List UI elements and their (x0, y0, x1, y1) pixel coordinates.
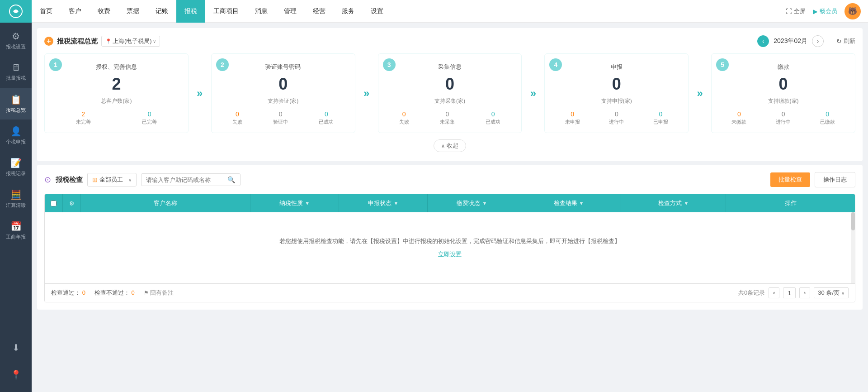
step-sub-1: 总客户数(家) (50, 97, 183, 105)
tax-overview-label: 报税总览 (6, 107, 26, 114)
nav-item-home[interactable]: 首页 (32, 0, 61, 23)
th-pay-status[interactable]: 缴费状态 ▼ (428, 194, 516, 212)
nav-item-account[interactable]: 记账 (147, 0, 176, 23)
top-nav: 首页 客户 收费 票据 记账 报税 工商项目 消息 管理 经营 服务 设置 (32, 0, 786, 23)
overview-plus-icon: + (44, 37, 53, 46)
pass-count[interactable]: 0 (82, 289, 85, 296)
search-input[interactable] (146, 177, 227, 183)
fail-count[interactable]: 0 (131, 289, 134, 296)
sidebar-item-tax-settings[interactable]: ⚙ 报税设置 (0, 24, 32, 56)
nav-item-service[interactable]: 服务 (334, 0, 363, 23)
sidebar-item-batch-tax[interactable]: 🖥 批量报税 (0, 56, 32, 88)
employee-select-icon: ⊞ (92, 176, 98, 183)
prev-page-button[interactable]: ‹ (769, 287, 779, 298)
fullscreen-icon: ⛶ (786, 8, 792, 15)
vip-button[interactable]: ▶ 畅会员 (813, 7, 837, 15)
step-big-num-3: 0 (384, 75, 516, 94)
overview-location[interactable]: 📍 上海(电子税局) ∨ (101, 36, 160, 47)
avatar[interactable]: 🐻 (844, 3, 861, 19)
select-all-checkbox[interactable] (51, 201, 57, 206)
tax-records-label: 报税记录 (6, 170, 26, 177)
step-arrow-4: » (689, 53, 711, 133)
main-content: + 报税流程总览 📍 上海(电子税局) ∨ ‹ 2023年02月 › ↻ 刷新 (32, 23, 868, 392)
sidebar-item-tax-overview[interactable]: 📋 报税总览 (0, 88, 32, 120)
step-big-num-4: 0 (550, 75, 683, 94)
th-action: 操作 (726, 194, 855, 212)
search-icon[interactable]: 🔍 (227, 176, 235, 183)
tax-overview-icon: 📋 (10, 94, 22, 105)
operation-log-button[interactable]: 操作日志 (815, 172, 855, 187)
tax-records-icon: 📝 (10, 158, 22, 168)
th-check-method[interactable]: 检查方式 ▼ (621, 194, 726, 212)
nav-item-tax[interactable]: 报税 (176, 0, 205, 23)
step-title-3: 采集信息 (384, 63, 516, 71)
fail-stat: 检查不通过： 0 (94, 289, 135, 297)
nav-item-business[interactable]: 工商项目 (205, 0, 247, 23)
step-num-5: 5 (716, 58, 729, 71)
table-empty-state: 若您想使用报税检查功能，请先在【报税设置】中进行报税的初始化设置，完成密码验证和… (45, 212, 855, 283)
step-card-5: 5 缴款 0 支持缴款(家) 0 未缴款 0 进行中 (711, 53, 855, 133)
sidebar-item-settlement[interactable]: 🧮 汇算清缴 (0, 183, 32, 215)
filter-icon-declare: ▼ (393, 201, 398, 206)
logo (0, 0, 32, 23)
collapse-icon: ∧ (441, 143, 445, 149)
annual-report-icon: 📅 (10, 221, 22, 232)
step-title-4: 申报 (550, 63, 683, 71)
step-sub-5: 支持缴款(家) (717, 97, 849, 105)
nav-item-fee[interactable]: 收费 (90, 0, 118, 23)
arrow-icon-4: » (697, 87, 703, 100)
employee-select[interactable]: ⊞ 全部员工 ∨ (87, 173, 137, 186)
filter-icon-result: ▼ (579, 201, 584, 206)
next-month-button[interactable]: › (812, 35, 824, 47)
nav-item-bill[interactable]: 票据 (118, 0, 147, 23)
sidebar-item-annual-report[interactable]: 📅 工商年报 (0, 215, 32, 246)
arrow-icon-1: » (197, 87, 203, 100)
fullscreen-button[interactable]: ⛶ 全屏 (786, 7, 806, 15)
sidebar-item-download[interactable]: ⬇ (0, 334, 32, 361)
check-title: 报税检查 (56, 176, 83, 184)
th-gear[interactable]: ⚙ (63, 194, 81, 212)
steps-row: 1 授权、完善信息 2 总客户数(家) 2 未完善 0 已完善 (44, 53, 855, 133)
next-page-button[interactable]: › (799, 287, 810, 298)
prev-month-button[interactable]: ‹ (757, 35, 769, 47)
collapse-button[interactable]: ∧ 收起 (434, 139, 466, 152)
stat-complete: 0 已完善 (142, 110, 157, 125)
th-tax-nature[interactable]: 纳税性质 ▼ (250, 194, 339, 212)
nav-item-settings[interactable]: 设置 (363, 0, 392, 23)
th-declare-status[interactable]: 申报状态 ▼ (339, 194, 428, 212)
step-sub-4: 支持申报(家) (550, 97, 683, 105)
current-page: 1 (783, 287, 796, 298)
arrow-icon-3: » (530, 87, 536, 100)
personal-tax-label: 个税申报 (6, 139, 26, 145)
step-title-2: 验证账号密码 (217, 63, 349, 71)
location-icon: 📍 (10, 369, 22, 380)
sidebar-item-tax-records[interactable]: 📝 报税记录 (0, 151, 32, 183)
nav-item-operate[interactable]: 经营 (305, 0, 334, 23)
batch-check-button[interactable]: 批量检查 (770, 172, 810, 187)
nav-item-manage[interactable]: 管理 (276, 0, 305, 23)
employee-dropdown-icon: ∨ (128, 177, 132, 182)
refresh-button[interactable]: ↻ 刷新 (836, 37, 855, 45)
sidebar-item-location[interactable]: 📍 (0, 361, 32, 388)
stat-incomplete: 2 未完善 (76, 110, 91, 125)
scrollbar[interactable] (851, 212, 855, 283)
th-check-result[interactable]: 检查结果 ▼ (516, 194, 621, 212)
step-arrow-1: » (189, 53, 211, 133)
overview-title: 报税流程总览 (57, 37, 98, 46)
filter-icon-method: ▼ (684, 201, 689, 206)
table-body: 若您想使用报税检查功能，请先在【报税设置】中进行报税的初始化设置，完成密码验证和… (45, 212, 855, 283)
settlement-icon: 🧮 (10, 189, 22, 200)
note-stat: ⚑ 囧有备注 (144, 289, 174, 297)
per-page-select[interactable]: 30 条/页 ∨ (814, 287, 849, 298)
sidebar-item-personal-tax[interactable]: 👤 个税申报 (0, 120, 32, 151)
batch-tax-icon: 🖥 (11, 62, 20, 73)
step-big-num-1: 2 (50, 75, 183, 94)
dropdown-chevron-icon: ∨ (153, 39, 156, 44)
step-num-2: 2 (216, 58, 229, 71)
th-checkbox[interactable] (45, 194, 63, 212)
nav-item-client[interactable]: 客户 (61, 0, 90, 23)
setup-link[interactable]: 立即设置 (438, 251, 462, 258)
refresh-icon: ↻ (836, 38, 842, 45)
nav-item-message[interactable]: 消息 (247, 0, 276, 23)
location-pin-icon: 📍 (105, 38, 112, 44)
